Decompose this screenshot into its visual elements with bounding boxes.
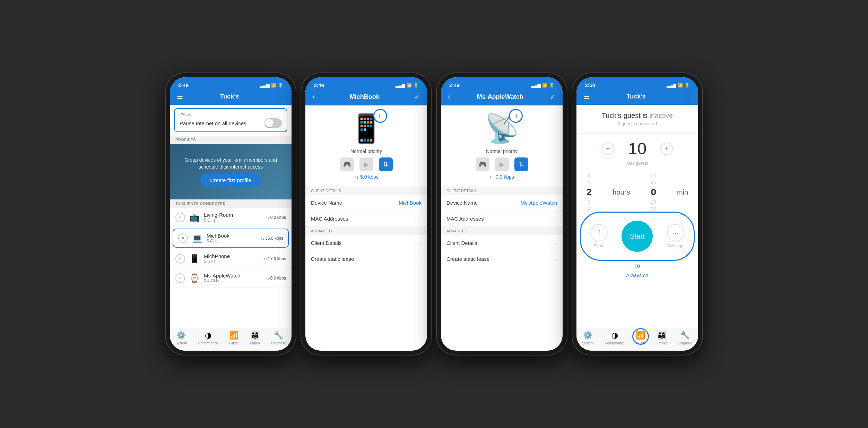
mins-before-2: 45 [651, 180, 656, 185]
hours-selected: 2 [587, 187, 592, 198]
game-priority-btn-3[interactable]: 🎮 [476, 157, 489, 171]
check-icon-2[interactable]: ✓ [414, 93, 420, 101]
mins-after-1: 15 [651, 199, 656, 205]
nav-bar-2: ‹ MichBook ✓ [305, 89, 427, 105]
minutes-column: 30 45 0 15 30 [651, 173, 656, 212]
static-lease-label-3: Create static lease [446, 256, 489, 262]
status-time-2: 2:49 [314, 82, 324, 88]
tab-diagnose-1[interactable]: 🔧 Diagnose [271, 331, 286, 345]
swap-priority-btn-3[interactable]: ⇅ [514, 157, 528, 171]
status-bar-3: 2:49 ▂▄▆ 📶 🔋 [441, 77, 563, 89]
signal-icon: ▂▄▆ [260, 83, 269, 88]
system-tab-label: System [175, 341, 187, 345]
check-icon-3[interactable]: ✓ [550, 93, 556, 101]
michbook-freq: 5 GHz [207, 239, 257, 243]
michphone-pause-btn[interactable]: ⏸ [175, 254, 185, 264]
tab-guest-4[interactable]: 📶 Guest [636, 331, 645, 345]
client-details-row-2[interactable]: Client Details › [305, 235, 427, 251]
michbook-icon: 💻 [192, 233, 202, 243]
client-details-row-3[interactable]: Client Details › [441, 235, 563, 251]
battery-icon-3: 🔋 [549, 83, 554, 88]
phone-1-screen: 2:49 ▂▄▆ 📶 🔋 ☰ Tuck's 👤 PAUSE Pause Inte… [170, 77, 292, 351]
swap-priority-btn[interactable]: ⇅ [379, 157, 393, 171]
create-profile-button[interactable]: Create first profile [200, 174, 261, 187]
michphone-speed: ↑↓ 17.0 kbps [263, 256, 286, 261]
status-time-1: 2:49 [178, 82, 189, 88]
increase-guests-btn[interactable]: + [660, 143, 673, 155]
status-time-4: 2:50 [585, 82, 595, 88]
living-room-info: Living-Room 5 GHz [204, 212, 262, 223]
applewatch-icon: ⌚ [189, 273, 200, 283]
status-bar-4: 2:50 ▂▄▆ 📶 🔋 [576, 77, 698, 89]
tab-guest-1[interactable]: 📶 Guest [229, 331, 238, 345]
michbook-pause-btn[interactable]: ⏸ [178, 233, 188, 243]
client-details-row-label-2: Client Details [311, 240, 341, 246]
device-pause-overlay-3[interactable]: ⏸ [509, 109, 523, 123]
tab-family-4[interactable]: 👨‍👩‍👧 Family [657, 331, 667, 345]
client-row-living-room[interactable]: ⏸ 📺 Living-Room 5 GHz ↑↓ 0.0 kbps [170, 208, 292, 227]
device-name-value-3: Ms-AppleWatch [521, 200, 557, 206]
decrease-guests-btn[interactable]: − [602, 143, 614, 155]
priority-label-3: Normal priority [486, 148, 518, 154]
start-btn[interactable]: Start [622, 221, 653, 252]
diagnose-tab-icon-4: 🔧 [680, 331, 690, 340]
mac-label-3: MAC Addresses [446, 216, 484, 222]
profile-icon[interactable]: 👤 [276, 92, 285, 101]
guest-header: Tuck's-guest is inactive 0 guests connec… [576, 105, 698, 134]
diagnose-tab-icon: 🔧 [274, 331, 283, 340]
static-lease-row-3[interactable]: Create static lease › [441, 251, 563, 267]
nav-title-3: Ms-AppleWatch [450, 93, 550, 101]
menu-icon[interactable]: ☰ [177, 92, 183, 101]
menu-icon-4[interactable]: ☰ [583, 92, 590, 101]
tab-performance-1[interactable]: ◑ Performance [198, 331, 218, 345]
device-icon-wrapper-2: 📱 ⏸ [349, 112, 384, 145]
living-room-pause-btn[interactable]: ⏸ [175, 213, 185, 222]
client-row-michphone[interactable]: ⏸ 📱 MichPhone 5 GHz ↑↓ 17.0 kbps [170, 249, 292, 268]
phone-4-screen: 2:50 ▂▄▆ 📶 🔋 ☰ Tuck's 👤 Tuck's-guest is … [576, 77, 698, 351]
mins-selected: 0 [651, 187, 656, 198]
tab-system-4[interactable]: ⚙️ System [582, 331, 593, 345]
applewatch-freq: 2.4 GHz [204, 279, 262, 283]
back-icon-3[interactable]: ‹ [448, 92, 450, 101]
status-icons-1: ▂▄▆ 📶 🔋 [260, 83, 283, 88]
game-priority-btn[interactable]: 🎮 [340, 157, 354, 171]
clients-section-label: 10 CLIENTS CONNECTED [170, 199, 292, 208]
nav-bar-3: ‹ Ms-AppleWatch ✓ [441, 89, 563, 105]
michphone-arrows: ↑↓ [263, 257, 267, 261]
performance-tab-label: Performance [198, 341, 218, 345]
tab-performance-4[interactable]: ◑ Performance [605, 331, 625, 345]
banner-text: Group devices of your family members and… [170, 157, 292, 170]
share-btn[interactable]: ⤴ Share [590, 224, 608, 248]
tab-diagnose-4[interactable]: 🔧 Diagnose [678, 331, 693, 345]
chevron-icon-2b: › [420, 256, 422, 262]
back-icon-2[interactable]: ‹ [312, 92, 315, 101]
hours-after-1: 3 [588, 199, 591, 205]
signal-icon-2: ▂▄▆ [396, 83, 405, 88]
performance-tab-icon-4: ◑ [611, 331, 618, 340]
play-priority-btn-3[interactable]: ▶ [495, 157, 509, 171]
always-on-icon: ∞ [634, 261, 640, 271]
phone-1: 2:49 ▂▄▆ 📶 🔋 ☰ Tuck's 👤 PAUSE Pause Inte… [166, 73, 296, 355]
play-priority-btn[interactable]: ▶ [359, 157, 373, 171]
profile-icon-4[interactable]: 👤 [683, 92, 691, 101]
client-row-michbook[interactable]: ⏸ 💻 MichBook 5 GHz ↑↓ 36.0 kbps [173, 229, 289, 248]
tab-family-1[interactable]: 👨‍👩‍👧 Family [250, 331, 260, 345]
applewatch-pause-btn[interactable]: ⏸ [175, 273, 185, 283]
system-tab-label-4: System [582, 341, 593, 345]
tab-system-1[interactable]: ⚙️ System [175, 331, 187, 345]
device-pause-overlay-2[interactable]: ⏸ [373, 109, 387, 123]
client-row-applewatch[interactable]: ⏸ ⌚ Ms-AppleWatch 2.4 GHz ↑↓ 0.0 kbps [170, 268, 292, 288]
speed-display-3: ↑↓ 0.0 kbps [489, 174, 514, 180]
pause-toggle[interactable] [264, 118, 282, 128]
profiles-banner: Group devices of your family members and… [170, 144, 292, 199]
tab-bar-1: ⚙️ System ◑ Performance 📶 Guest 👨‍👩‍👧 Fa… [170, 328, 292, 351]
michbook-speed: ↑↓ 36.0 kbps [261, 236, 283, 241]
speed-display-2: ↑↓ 5.0 kbps [354, 174, 379, 180]
family-tab-label-4: Family [657, 341, 667, 345]
mac-row-3: MAC Addresses [441, 211, 563, 227]
mac-row-2: MAC Addresses [305, 211, 427, 227]
priority-controls-3: 🎮 ▶ ⇅ [476, 157, 528, 171]
static-lease-row-2[interactable]: Create static lease › [305, 251, 427, 267]
settings-btn[interactable]: ··· Settings [667, 224, 684, 248]
nav-bar-4: ☰ Tuck's 👤 [576, 89, 698, 105]
